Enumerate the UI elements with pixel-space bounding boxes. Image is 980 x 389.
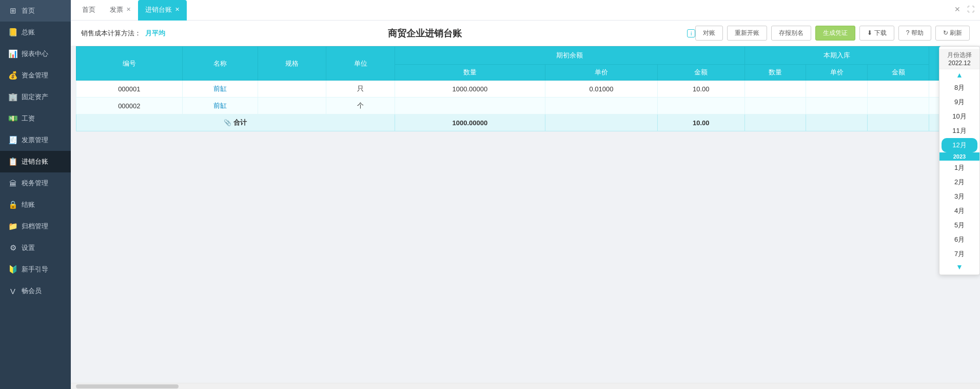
save-as-button[interactable]: 存报别名 <box>771 26 811 41</box>
month-item-2022-11月[interactable]: 11月 <box>939 124 979 138</box>
assets-icon: 🏢 <box>8 92 17 102</box>
month-item-2023-6月[interactable]: 6月 <box>939 232 979 247</box>
total-label: 📎合计 <box>76 114 395 131</box>
sidebar-item-guide[interactable]: 🔰新手引导 <box>0 259 71 280</box>
sidebar-label-tax: 税务管理 <box>22 179 48 188</box>
tab-label-inventory: 进销台账 <box>145 5 172 14</box>
sidebar-item-inventory[interactable]: 📋进销台账 <box>0 151 71 172</box>
sub-price-opening: 单价 <box>545 65 658 81</box>
cell-unit: 只 <box>326 81 395 98</box>
tab-inventory[interactable]: 进销台账✕ <box>138 0 187 21</box>
month-scroll-down[interactable]: ▼ <box>939 261 979 273</box>
month-item-2023-2月[interactable]: 2月 <box>939 175 979 189</box>
cell-spec <box>258 98 326 114</box>
maximize-window-button[interactable]: ⛶ <box>966 4 976 14</box>
tab-close-invoice[interactable]: ✕ <box>126 7 131 12</box>
tab-close-inventory[interactable]: ✕ <box>175 7 180 12</box>
month-panel-title: 月份选择 <box>947 51 972 59</box>
month-list: 8月9月10月11月12月20231月2月3月4月5月6月7月 <box>939 81 979 261</box>
sidebar-item-home[interactable]: ⊞首页 <box>0 0 71 22</box>
sidebar-label-member: 畅会员 <box>22 286 42 296</box>
help-button[interactable]: ? 帮助 <box>898 26 931 41</box>
cell-qty-in <box>744 98 806 114</box>
cell-amount-in <box>868 81 929 98</box>
sub-amount-opening: 金额 <box>658 65 745 81</box>
month-item-2023-3月[interactable]: 3月 <box>939 189 979 204</box>
col-name: 名称 <box>182 47 258 81</box>
sidebar-item-member[interactable]: V畅会员 <box>0 280 71 302</box>
main-content: 首页发票✕进销台账✕ 销售成本计算方法： 月平均 商贸企业进销台账 i 对账 重… <box>71 0 980 389</box>
sidebar-item-tax[interactable]: 🏛税务管理 <box>0 172 71 194</box>
sidebar-label-inventory: 进销台账 <box>22 157 48 166</box>
page-wrapper: 销售成本计算方法： 月平均 商贸企业进销台账 i 对账 重新开账 存报别名 生成… <box>71 21 980 389</box>
page-title: 商贸企业进销台账 <box>165 27 684 40</box>
tabs-bar: 首页发票✕进销台账✕ <box>71 0 980 21</box>
reopen-button[interactable]: 重新开账 <box>727 26 767 41</box>
sidebar-item-reports[interactable]: 📊报表中心 <box>0 43 71 65</box>
total-amount-opening: 10.00 <box>658 114 745 131</box>
sidebar-item-invoice-mgmt[interactable]: 🧾发票管理 <box>0 129 71 151</box>
download-button[interactable]: ⬇ 下载 <box>859 26 894 41</box>
archive-icon: 📁 <box>8 222 17 231</box>
month-item-2023-4月[interactable]: 4月 <box>939 204 979 218</box>
sidebar-label-archive: 归档管理 <box>22 222 48 231</box>
refresh-button[interactable]: ↻ 刷新 <box>935 26 970 41</box>
sub-qty-in: 数量 <box>744 65 806 81</box>
cell-name[interactable]: 前缸 <box>182 98 258 114</box>
tab-invoice[interactable]: 发票✕ <box>103 0 138 21</box>
cell-name[interactable]: 前缸 <box>182 81 258 98</box>
toolbar-right: 对账 重新开账 存报别名 生成凭证 ⬇ 下载 ? 帮助 ↻ 刷新 <box>695 26 970 41</box>
sidebar-item-closing[interactable]: 🔒结账 <box>0 194 71 216</box>
table-row: 000002 前缸 个 <box>76 98 975 114</box>
tab-label-home: 首页 <box>82 5 95 14</box>
invoice-mgmt-icon: 🧾 <box>8 135 17 145</box>
sidebar-label-settings: 设置 <box>22 243 35 252</box>
month-item-2022-8月[interactable]: 8月 <box>939 81 979 95</box>
total-price-opening <box>545 114 658 131</box>
month-scroll-up[interactable]: ▲ <box>939 69 979 81</box>
help-icon: ? <box>906 29 910 36</box>
inventory-table: 编号 名称 规格 单位 期初余额 本期入库 数 数量 单价 金额 数量 单价 <box>76 46 975 131</box>
sidebar-label-salary: 工资 <box>22 114 35 123</box>
sidebar-label-invoice-mgmt: 发票管理 <box>22 135 48 145</box>
col-spec: 规格 <box>258 47 326 81</box>
tab-home[interactable]: 首页 <box>75 0 103 21</box>
month-item-2022-10月[interactable]: 10月 <box>939 109 979 124</box>
month-item-2022-12月[interactable]: 12月 <box>942 138 977 152</box>
salary-icon: 💵 <box>8 114 17 123</box>
name-link[interactable]: 前缸 <box>213 102 227 109</box>
sidebar-item-assets[interactable]: 🏢固定资产 <box>0 86 71 108</box>
total-amount-in <box>868 114 929 131</box>
sidebar-item-archive[interactable]: 📁归档管理 <box>0 216 71 237</box>
bottom-scroll[interactable] <box>71 383 980 389</box>
cell-code: 000002 <box>76 98 183 114</box>
settings-icon: ⚙ <box>8 243 17 252</box>
month-item-2023-7月[interactable]: 7月 <box>939 247 979 261</box>
sidebar-item-salary[interactable]: 💵工资 <box>0 108 71 129</box>
month-item-2023-1月[interactable]: 1月 <box>939 161 979 175</box>
reports-icon: 📊 <box>8 49 17 59</box>
generate-voucher-button[interactable]: 生成凭证 <box>815 26 855 41</box>
close-window-button[interactable]: ✕ <box>952 4 963 14</box>
toolbar-title-wrap: 商贸企业进销台账 i <box>165 27 695 40</box>
name-link[interactable]: 前缸 <box>213 85 227 92</box>
month-item-2023-5月[interactable]: 5月 <box>939 218 979 232</box>
sidebar-item-settings[interactable]: ⚙设置 <box>0 237 71 259</box>
total-price-in <box>806 114 868 131</box>
month-item-2022-9月[interactable]: 9月 <box>939 95 979 109</box>
cell-price-opening: 0.01000 <box>545 81 658 98</box>
sidebar-item-ledger[interactable]: 📒总账 <box>0 22 71 43</box>
table-body: 000001 前缸 只 1000.00000 0.01000 10.00 000… <box>76 81 975 131</box>
col-group-opening: 期初余额 <box>395 47 744 65</box>
total-icon: 📎 <box>224 119 231 126</box>
scrollbar-thumb[interactable] <box>76 384 179 388</box>
sidebar: ⊞首页📒总账📊报表中心💰资金管理🏢固定资产💵工资🧾发票管理📋进销台账🏛税务管理🔒… <box>0 0 71 389</box>
reconcile-button[interactable]: 对账 <box>695 26 723 41</box>
cell-qty-opening <box>395 98 545 114</box>
col-group-in: 本期入库 <box>744 47 929 65</box>
sidebar-item-funds[interactable]: 💰资金管理 <box>0 65 71 86</box>
info-icon[interactable]: i <box>687 29 695 37</box>
table-wrap: 编号 名称 规格 单位 期初余额 本期入库 数 数量 单价 金额 数量 单价 <box>71 46 980 383</box>
sidebar-label-funds: 资金管理 <box>22 71 48 80</box>
sidebar-label-ledger: 总账 <box>22 28 35 37</box>
